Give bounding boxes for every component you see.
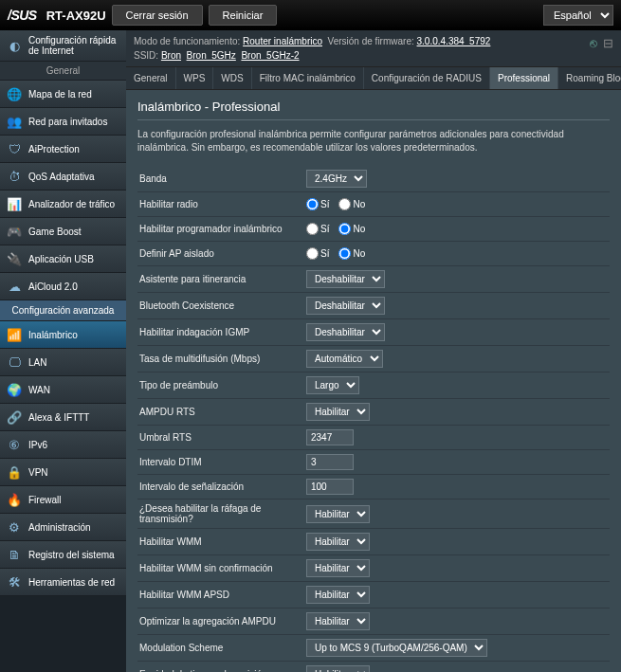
sidebar-item-label: LAN bbox=[28, 357, 46, 368]
select-18[interactable]: Up to MCS 9 (TurboQAM/256-QAM) bbox=[306, 639, 487, 657]
sidebar-icon: 👥 bbox=[6, 113, 23, 130]
tab-filtro-mac-inalámbrico[interactable]: Filtro MAC inalámbrico bbox=[252, 67, 364, 89]
select-19[interactable]: Habilitar bbox=[306, 665, 370, 672]
link-icon[interactable]: ⎋ bbox=[590, 36, 597, 50]
form-label: Habilitar WMM APSD bbox=[137, 590, 306, 600]
ssid-label: SSID: bbox=[134, 50, 158, 61]
select-4[interactable]: Deshabilitar bbox=[306, 270, 385, 288]
input-12[interactable] bbox=[306, 479, 354, 495]
sidebar-item-wan[interactable]: 🌍WAN bbox=[0, 376, 126, 404]
sidebar-item-firewall[interactable]: 🔥Firewall bbox=[0, 486, 126, 514]
sidebar-item-mapa-de-la-red[interactable]: 🌐Mapa de la red bbox=[0, 81, 126, 108]
form-label: Optimizar la agregación AMPDU bbox=[137, 616, 306, 627]
radio-label: No bbox=[353, 248, 365, 259]
form-label: ¿Desea habilitar la ráfaga de transmisió… bbox=[137, 503, 306, 524]
form-control: Deshabilitar bbox=[306, 270, 610, 288]
sidebar-item-alexa-&-ifttt[interactable]: 🔗Alexa & IFTTT bbox=[0, 404, 126, 431]
sidebar-item-herramientas-de-red[interactable]: 🛠Herramientas de red bbox=[0, 569, 126, 596]
fw-link[interactable]: 3.0.0.4.384_5792 bbox=[417, 36, 491, 46]
select-8[interactable]: Largo bbox=[306, 376, 359, 394]
form-label: Umbral RTS bbox=[137, 432, 306, 443]
form-control: 2.4GHz bbox=[306, 170, 610, 188]
sidebar-item-registro-del-sistema[interactable]: 🗎Registro del sistema bbox=[0, 541, 126, 569]
form-row: Asistente para itineranciaDeshabilitar bbox=[137, 266, 610, 293]
form-label: Tipo de preámbulo bbox=[137, 380, 306, 390]
select-7[interactable]: Automático bbox=[306, 350, 383, 368]
form-row: Optimizar la agregación AMPDUHabilitar bbox=[137, 608, 610, 635]
tab-wds[interactable]: WDS bbox=[213, 67, 251, 89]
sidebar-item-inalámbrico[interactable]: 📶Inalámbrico bbox=[0, 321, 126, 349]
sidebar-item-label: Alexa & IFTTT bbox=[28, 412, 89, 423]
select-15[interactable]: Habilitar bbox=[306, 559, 370, 577]
sidebar-icon: 📶 bbox=[6, 326, 23, 343]
sidebar-item-lan[interactable]: 🖵LAN bbox=[0, 349, 126, 376]
sidebar-item-vpn[interactable]: 🔒VPN bbox=[0, 459, 126, 486]
sidebar-item-qos-adaptativa[interactable]: ⏱QoS Adaptativa bbox=[0, 163, 126, 191]
sidebar-item-label: QoS Adaptativa bbox=[28, 172, 95, 182]
reboot-button[interactable]: Reiniciar bbox=[209, 5, 278, 26]
sidebar-item-label: Mapa de la red bbox=[28, 89, 92, 100]
ssid3-link[interactable]: Bron_5GHz-2 bbox=[241, 50, 299, 61]
page-description: La configuración profesional inalámbrica… bbox=[137, 128, 610, 154]
select-0[interactable]: 2.4GHz bbox=[306, 170, 367, 188]
sidebar-item-label: Red para invitados bbox=[28, 117, 107, 127]
input-11[interactable] bbox=[306, 454, 354, 470]
sidebar-icon: 🖵 bbox=[6, 354, 23, 371]
input-10[interactable] bbox=[306, 429, 354, 445]
form-label: Bluetooth Coexistence bbox=[137, 300, 306, 311]
logout-button[interactable]: Cerrar sesión bbox=[112, 5, 203, 26]
form-control: Habilitar bbox=[306, 586, 610, 604]
form-row: Modulation SchemeUp to MCS 9 (TurboQAM/2… bbox=[137, 635, 610, 662]
language-select[interactable]: Español bbox=[543, 5, 613, 26]
radio-yes[interactable] bbox=[306, 247, 319, 260]
radio-yes[interactable] bbox=[306, 198, 319, 210]
tab-wps[interactable]: WPS bbox=[176, 67, 214, 89]
radio-label: No bbox=[353, 224, 365, 234]
sidebar-icon: ⑥ bbox=[6, 436, 23, 453]
form-row: Tipo de preámbuloLargo bbox=[137, 372, 610, 399]
tab-roaming-block-list[interactable]: Roaming Block List bbox=[558, 67, 621, 89]
sidebar-icon: ⏱ bbox=[6, 168, 23, 185]
select-14[interactable]: Habilitar bbox=[306, 533, 370, 551]
form-label: Habilitar radio bbox=[137, 199, 306, 209]
radio-no[interactable] bbox=[338, 223, 351, 235]
sidebar-item-game-boost[interactable]: 🎮Game Boost bbox=[0, 218, 126, 245]
sidebar-item-administración[interactable]: ⚙Administración bbox=[0, 514, 126, 541]
form-control: Habilitar bbox=[306, 559, 610, 577]
sidebar-item-aiprotection[interactable]: 🛡AiProtection bbox=[0, 136, 126, 163]
form-label: Habilitar indagación IGMP bbox=[137, 327, 306, 337]
form-control: SíNo bbox=[306, 223, 610, 235]
form-control: Habilitar bbox=[306, 612, 610, 630]
form-row: Habilitar indagación IGMPDeshabilitar bbox=[137, 319, 610, 346]
select-5[interactable]: Deshabilitar bbox=[306, 297, 385, 315]
form-control: Habilitar bbox=[306, 533, 610, 551]
select-6[interactable]: Deshabilitar bbox=[306, 323, 385, 341]
sidebar-item-analizador-de-tráfico[interactable]: 📊Analizador de tráfico bbox=[0, 191, 126, 218]
sidebar-item-red-para-invitados[interactable]: 👥Red para invitados bbox=[0, 108, 126, 136]
form-row: Bluetooth CoexistenceDeshabilitar bbox=[137, 293, 610, 319]
sidebar-quick-setup[interactable]: ◐ Configuración rápida de Internet bbox=[0, 30, 126, 62]
radio-no[interactable] bbox=[338, 198, 351, 210]
form-row: Habilitar WMM sin confirmaciónHabilitar bbox=[137, 555, 610, 582]
radio-no[interactable] bbox=[338, 247, 351, 260]
sidebar-item-aplicación-usb[interactable]: 🔌Aplicación USB bbox=[0, 245, 126, 273]
usb-icon[interactable]: ⊟ bbox=[603, 36, 613, 50]
form-control: Habilitar bbox=[306, 505, 610, 523]
form-row: Tasa de multidifusión (Mbps)Automático bbox=[137, 346, 610, 372]
sidebar-item-ipv6[interactable]: ⑥IPv6 bbox=[0, 431, 126, 459]
tab-professional[interactable]: Professional bbox=[490, 67, 558, 89]
ssid1-link[interactable]: Bron bbox=[161, 50, 181, 61]
select-13[interactable]: Habilitar bbox=[306, 505, 370, 523]
form-row: Definir AP aisladoSíNo bbox=[137, 242, 610, 266]
sidebar-item-aicloud-2.0[interactable]: ☁AiCloud 2.0 bbox=[0, 273, 126, 300]
radio-yes[interactable] bbox=[306, 223, 319, 235]
sidebar-item-label: Firewall bbox=[28, 495, 61, 505]
ssid2-link[interactable]: Bron_5GHz bbox=[187, 50, 236, 61]
select-9[interactable]: Habilitar bbox=[306, 403, 370, 421]
tab-configuración-de-radius[interactable]: Configuración de RADIUS bbox=[364, 67, 490, 89]
mode-link[interactable]: Router inalámbrico bbox=[243, 36, 322, 46]
select-17[interactable]: Habilitar bbox=[306, 612, 370, 630]
form-row: Equidad de tiempo de emisiónHabilitar bbox=[137, 662, 610, 672]
tab-general[interactable]: General bbox=[126, 67, 176, 89]
select-16[interactable]: Habilitar bbox=[306, 586, 370, 604]
